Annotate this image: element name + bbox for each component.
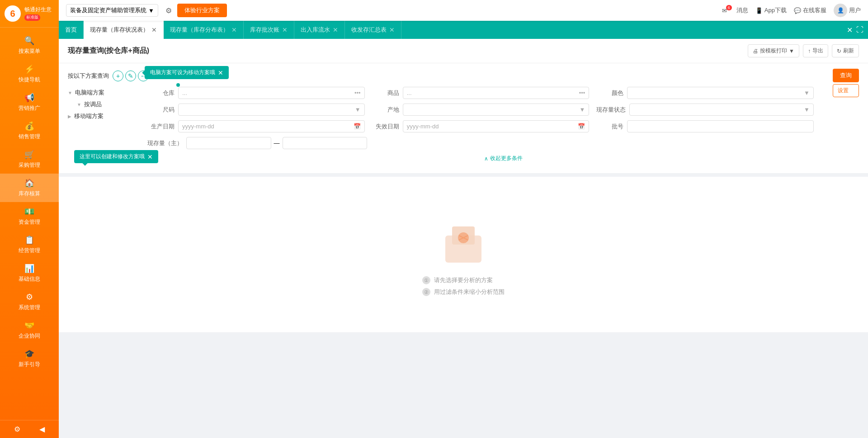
- stock-qty-min[interactable]: [186, 137, 271, 149]
- pc-scheme-item[interactable]: ▼ 电脑端方案: [68, 87, 140, 99]
- calendar2-icon: 📅: [578, 123, 585, 130]
- dot-active-indicator: [176, 83, 180, 87]
- sidebar-item-quicknav[interactable]: ⚡ 快捷导航: [0, 60, 59, 88]
- filter-batch-no: 批号: [596, 120, 814, 132]
- tab-close-batch-ledger[interactable]: ✕: [282, 27, 288, 33]
- tab-inventory-status[interactable]: 现存量（库存状况表） ✕: [84, 21, 164, 39]
- filter-header: 按以下方案查询 + ✎ ← 电脑方案可设为移动方案哦 ✕ 查询 设置: [68, 71, 859, 81]
- sidebar-settings-btn[interactable]: ⚙: [14, 425, 20, 433]
- sidebar-item-inventory[interactable]: 🏠 库存核算: [0, 174, 59, 202]
- sidebar-item-newbie[interactable]: 🎓 新手引导: [0, 344, 59, 373]
- tab-close-recv-summary[interactable]: ✕: [389, 27, 395, 33]
- printer-icon: 🖨: [753, 48, 758, 54]
- stock-status-select[interactable]: ▼: [629, 104, 814, 116]
- empty-step-2: ② 用过滤条件来缩小分析范围: [422, 288, 505, 296]
- origin-select[interactable]: ▼: [403, 104, 590, 116]
- tab-inventory-dist[interactable]: 现存量（库存分布表） ✕: [164, 21, 244, 39]
- tab-batch-ledger[interactable]: 库存批次账 ✕: [244, 21, 294, 39]
- tab-close-inout-flow[interactable]: ✕: [333, 27, 338, 33]
- batch-no-input[interactable]: [627, 120, 814, 132]
- collapse-filter-btn[interactable]: ∧ 收起更多条件: [147, 151, 859, 166]
- logo-icon: 6: [5, 5, 21, 22]
- inventory-icon: 🏠: [24, 178, 34, 188]
- system-select[interactable]: 装备及固定资产辅助管理系统 ▼: [66, 4, 158, 17]
- base-icon: 📊: [24, 264, 34, 273]
- sidebar-item-marketing[interactable]: 📢 营销推广: [0, 88, 59, 117]
- system-icon: ⚙: [26, 292, 33, 302]
- tab-recv-summary[interactable]: 收发存汇总表 ✕: [345, 21, 401, 39]
- industry-plan-button[interactable]: 体验行业方案: [177, 4, 227, 17]
- production-date-input[interactable]: yyyy-mm-dd 📅: [178, 120, 365, 132]
- app-logo: 6 畅通好生意 标准版: [0, 0, 59, 28]
- stock-qty-range: —: [186, 137, 367, 149]
- stock-qty-max[interactable]: [283, 137, 368, 149]
- edit-scheme-btn[interactable]: ✎: [125, 71, 136, 81]
- chevron-color-icon: ▼: [804, 89, 810, 96]
- sidebar-item-operations[interactable]: 📋 经营管理: [0, 231, 59, 259]
- arrow-right-icon: ▶: [68, 114, 71, 119]
- header-user[interactable]: 👤 用户: [834, 4, 861, 17]
- size-select[interactable]: ▼: [178, 104, 365, 116]
- filter-fields: 仓库 ... ••• 商品 ... ••• 颜色: [147, 87, 859, 166]
- query-button[interactable]: 查询: [833, 69, 859, 82]
- sidebar-item-base[interactable]: 📊 基础信息: [0, 259, 59, 287]
- empty-step-1: ① 请先选择要分析的方案: [422, 276, 493, 284]
- header-msg[interactable]: ✉ 6 消息: [722, 6, 748, 14]
- avatar: 👤: [834, 4, 847, 17]
- header-gear-icon[interactable]: ⚙: [165, 6, 172, 15]
- sidebar-item-system[interactable]: ⚙ 系统管理: [0, 287, 59, 316]
- chevron-down-icon: ▼: [148, 7, 154, 14]
- tabs-close-icon[interactable]: ✕: [847, 26, 853, 34]
- header-online-support[interactable]: 💬 在线客服: [794, 6, 826, 14]
- warehouse-select[interactable]: ... •••: [178, 87, 365, 99]
- header-app-download[interactable]: 📱 App下载: [755, 6, 787, 14]
- sidebar-collapse-btn[interactable]: ◀: [39, 425, 45, 433]
- chevron-stock-icon: ▼: [804, 106, 810, 113]
- chevron-origin-icon: ▼: [579, 106, 585, 113]
- filter-label: 按以下方案查询: [68, 72, 109, 80]
- tab-close-inventory-dist[interactable]: ✕: [231, 27, 237, 33]
- sidebar-footer: ⚙ ◀: [0, 420, 59, 438]
- mobile-scheme-item[interactable]: ▶ 移动端方案: [68, 110, 140, 122]
- scheme-tree: ▼ 电脑端方案 ▼ 按调品 ▶ 移动端方案: [68, 87, 140, 122]
- filter-expiry-date: 失效日期 yyyy-mm-dd 📅: [372, 120, 590, 132]
- tooltip-pc-scheme: 电脑方案可设为移动方案哦 ✕: [145, 66, 229, 79]
- sidebar-item-enterprise[interactable]: 🤝 企业协同: [0, 316, 59, 344]
- tooltip-create-scheme: 这里可以创建和修改方案哦 ✕: [74, 150, 158, 163]
- add-scheme-btn[interactable]: +: [113, 71, 123, 81]
- refresh-icon: ↻: [837, 48, 841, 54]
- tabs-actions: ✕ ⛶: [842, 21, 868, 39]
- pc-scheme-children: ▼ 按调品: [68, 99, 140, 110]
- refresh-button[interactable]: ↻ 刷新: [832, 44, 859, 57]
- tab-close-inventory-status[interactable]: ✕: [151, 27, 157, 33]
- sidebar-item-search[interactable]: 🔍 搜索菜单: [0, 31, 59, 60]
- tab-inout-flow[interactable]: 出入库流水 ✕: [294, 21, 345, 39]
- filter-goods: 商品 ... •••: [372, 87, 590, 99]
- tooltip2-close-icon[interactable]: ✕: [147, 153, 153, 160]
- purchase-icon: 🛒: [24, 150, 34, 160]
- tabs-fullscreen-icon[interactable]: ⛶: [856, 26, 863, 34]
- chevron-down-icon: ▼: [789, 48, 794, 54]
- print-button[interactable]: 🖨 按模板打印 ▼: [748, 44, 799, 57]
- sidebar-item-sales[interactable]: 💰 销售管理: [0, 117, 59, 145]
- tooltip-close-icon[interactable]: ✕: [218, 69, 223, 76]
- sidebar-item-purchase[interactable]: 🛒 采购管理: [0, 145, 59, 174]
- expiry-date-input[interactable]: yyyy-mm-dd 📅: [403, 120, 590, 132]
- arrow-down-icon: ▼: [68, 90, 72, 95]
- enterprise-icon: 🤝: [24, 320, 34, 330]
- calendar-icon: 📅: [354, 123, 361, 130]
- goods-select[interactable]: ... •••: [403, 87, 590, 99]
- filter-section: 按以下方案查询 + ✎ ← 电脑方案可设为移动方案哦 ✕ 查询 设置: [59, 63, 868, 173]
- search-icon: 🔍: [24, 36, 34, 46]
- filter-size: 尺码 ▼: [147, 104, 365, 116]
- color-select[interactable]: ▼: [627, 87, 814, 99]
- tabs-bar: 首页 现存量（库存状况表） ✕ 现存量（库存分布表） ✕ 库存批次账 ✕ 出入库…: [59, 21, 868, 39]
- sidebar-item-finance[interactable]: 💵 资金管理: [0, 202, 59, 231]
- quicknav-icon: ⚡: [24, 64, 34, 74]
- phone-icon: 📱: [755, 7, 763, 14]
- pc-scheme-child-item[interactable]: ▼ 按调品: [77, 99, 140, 110]
- marketing-icon: 📢: [24, 93, 34, 103]
- export-button[interactable]: ↑ 导出: [803, 44, 828, 57]
- tab-home[interactable]: 首页: [59, 21, 84, 39]
- sales-icon: 💰: [24, 121, 34, 131]
